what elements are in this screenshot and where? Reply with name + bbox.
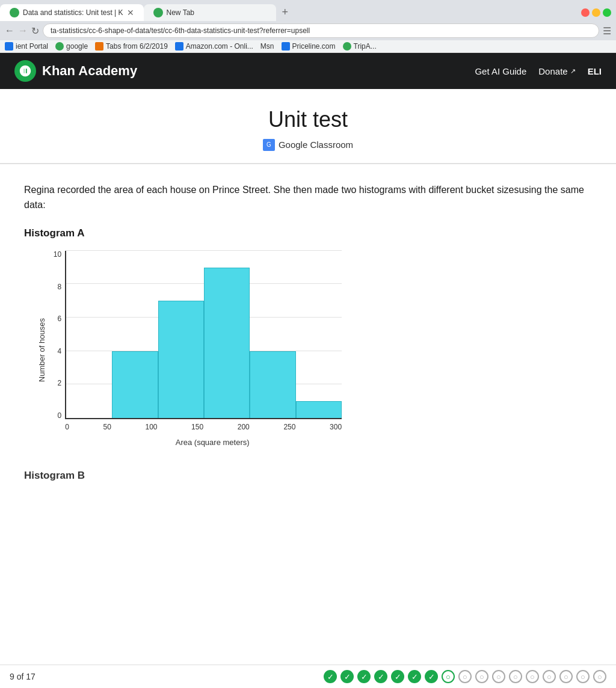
eli-label[interactable]: ELI xyxy=(588,66,602,76)
histogram-a-container: Number of houses 0 2 4 6 8 10 xyxy=(36,251,592,449)
bookmark-tabs-favicon xyxy=(95,42,103,51)
y-tick-2: 2 xyxy=(57,379,61,387)
bars xyxy=(66,251,342,418)
bar-250-300 xyxy=(296,401,342,418)
bookmark-amazon-favicon xyxy=(175,42,183,51)
tab-favicon-2 xyxy=(153,8,163,17)
x-tick-50: 50 xyxy=(103,422,111,433)
y-tick-8: 8 xyxy=(57,283,61,290)
chart-plot xyxy=(65,251,342,419)
page-title: Unit test xyxy=(12,107,604,132)
active-tab[interactable]: Data and statistics: Unit test | K ✕ xyxy=(0,4,144,21)
histogram-a-label: Histogram A xyxy=(24,225,592,241)
donate-link[interactable]: Donate ↗ xyxy=(538,66,575,76)
window-controls xyxy=(581,8,616,17)
reload-icon[interactable]: ↻ xyxy=(31,25,39,37)
bookmark-tripac-label: TripA... xyxy=(354,42,377,51)
window-maximize-button[interactable] xyxy=(603,8,611,17)
google-classroom-link[interactable]: G Google Classroom xyxy=(263,139,353,151)
histogram-b-label: Histogram B xyxy=(24,467,592,484)
bookmark-tabs[interactable]: Tabs from 6/2/2019 xyxy=(95,42,168,51)
y-axis: 0 2 4 6 8 10 xyxy=(54,251,65,419)
x-tick-150: 150 xyxy=(191,422,203,433)
x-tick-100: 100 xyxy=(145,422,157,433)
bookmark-amazon-label: Amazon.com - Onli... xyxy=(186,42,253,51)
new-tab-title: New Tab xyxy=(167,8,266,17)
bookmark-priceline-label: Priceline.com xyxy=(292,42,336,51)
google-classroom-label: Google Classroom xyxy=(279,140,353,150)
extensions-icon[interactable]: ☰ xyxy=(603,25,611,37)
bookmark-priceline[interactable]: Priceline.com xyxy=(282,42,336,51)
x-tick-200: 200 xyxy=(238,422,250,433)
bookmark-google-favicon xyxy=(55,42,64,51)
chart-column: 0 50 100 150 200 250 300 Area (square me… xyxy=(65,251,342,449)
y-tick-4: 4 xyxy=(57,348,61,355)
bookmark-msn-label: Msn xyxy=(260,42,274,51)
y-axis-label-container: Number of houses xyxy=(36,251,54,449)
tab-title: Data and statistics: Unit test | K xyxy=(23,8,123,17)
unit-test-header: Unit test G Google Classroom xyxy=(0,89,616,164)
forward-icon[interactable]: → xyxy=(18,25,28,36)
bookmark-portal[interactable]: ient Portal xyxy=(5,42,48,51)
bookmark-google[interactable]: google xyxy=(55,42,88,51)
bar-150-200 xyxy=(204,268,250,418)
bookmark-portal-label: ient Portal xyxy=(16,42,48,51)
chart-with-yaxis: Number of houses 0 2 4 6 8 10 xyxy=(36,251,592,449)
bookmark-priceline-favicon xyxy=(282,42,290,51)
x-axis: 0 50 100 150 200 250 300 xyxy=(65,422,342,433)
x-tick-250: 250 xyxy=(283,422,295,433)
page-content: Unit test G Google Classroom Regina reco… xyxy=(0,89,616,526)
tab-favicon xyxy=(10,8,19,17)
back-icon[interactable]: ← xyxy=(5,25,14,36)
question-area: Regina recorded the area of each house o… xyxy=(0,164,616,502)
address-bar[interactable]: ta-statistics/cc-6-shape-of-data/test/cc… xyxy=(43,23,599,38)
bookmark-msn[interactable]: Msn xyxy=(260,42,274,51)
ka-nav: Get AI Guide Donate ↗ ELI xyxy=(475,66,602,76)
leaf-svg xyxy=(19,64,32,78)
address-text: ta-statistics/cc-6-shape-of-data/test/cc… xyxy=(51,26,310,35)
question-text: Regina recorded the area of each house o… xyxy=(24,182,592,213)
ka-header: Khan Academy Get AI Guide Donate ↗ ELI xyxy=(0,53,616,89)
tab-close-icon[interactable]: ✕ xyxy=(127,8,134,17)
ka-leaf-icon xyxy=(14,60,36,82)
bookmark-tripac[interactable]: TripA... xyxy=(343,42,377,51)
bookmark-tripac-favicon xyxy=(343,42,351,51)
google-classroom-icon: G xyxy=(263,139,275,151)
y-tick-0: 0 xyxy=(57,412,61,419)
browser-chrome: Data and statistics: Unit test | K ✕ New… xyxy=(0,0,616,53)
x-axis-label: Area (square meters) xyxy=(83,437,342,449)
window-minimize-button[interactable] xyxy=(592,8,600,17)
y-axis-label: Number of houses xyxy=(36,318,49,382)
donate-label: Donate xyxy=(538,66,567,76)
ka-logo[interactable]: Khan Academy xyxy=(14,60,137,82)
bar-50-100 xyxy=(112,351,158,418)
window-close-button[interactable] xyxy=(581,8,590,17)
bookmark-portal-favicon xyxy=(5,42,13,51)
external-link-icon: ↗ xyxy=(570,67,576,75)
bar-100-150 xyxy=(158,301,204,418)
address-bar-row: ← → ↻ ta-statistics/cc-6-shape-of-data/t… xyxy=(0,21,616,40)
bookmark-tabs-label: Tabs from 6/2/2019 xyxy=(106,42,168,51)
bookmarks-bar: ient Portal google Tabs from 6/2/2019 Am… xyxy=(0,40,616,53)
x-tick-300: 300 xyxy=(330,422,342,433)
ka-site-name: Khan Academy xyxy=(42,63,137,79)
bookmark-google-label: google xyxy=(66,42,88,51)
new-tab-button[interactable]: + xyxy=(276,4,295,21)
x-tick-0: 0 xyxy=(65,422,69,433)
new-tab[interactable]: New Tab xyxy=(144,4,276,21)
y-tick-6: 6 xyxy=(57,315,61,322)
bookmark-amazon[interactable]: Amazon.com - Onli... xyxy=(175,42,253,51)
bar-200-250 xyxy=(250,351,295,418)
y-tick-10: 10 xyxy=(54,251,61,258)
tab-bar: Data and statistics: Unit test | K ✕ New… xyxy=(0,0,616,21)
get-ai-guide-link[interactable]: Get AI Guide xyxy=(475,66,526,76)
